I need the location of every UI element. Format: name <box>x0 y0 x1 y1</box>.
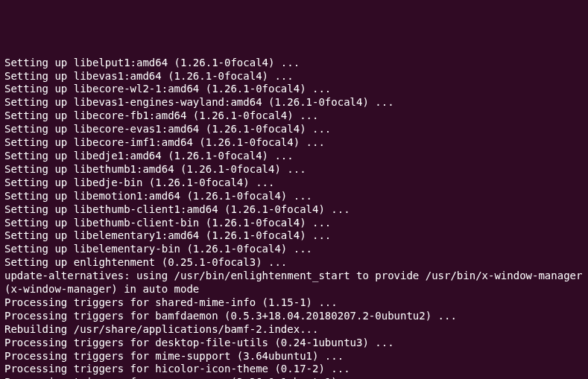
terminal-line: Processing triggers for gnome-menus (3.3… <box>4 376 584 379</box>
terminal-line: Processing triggers for desktop-file-uti… <box>4 337 584 350</box>
terminal-line: Setting up libelput1:amd64 (1.26.1-0foca… <box>4 57 584 70</box>
terminal-output: Setting up libelput1:amd64 (1.26.1-0foca… <box>4 57 584 379</box>
terminal-line: Processing triggers for shared-mime-info… <box>4 296 584 310</box>
terminal-line: Processing triggers for bamfdaemon (0.5.… <box>4 310 584 323</box>
terminal-line: Setting up libedje-bin (1.26.1-0focal4) … <box>4 176 584 190</box>
terminal-line: Setting up libemotion1:amd64 (1.26.1-0fo… <box>4 190 584 203</box>
terminal-line: Setting up libelementary-bin (1.26.1-0fo… <box>4 243 584 256</box>
terminal-line: Processing triggers for hicolor-icon-the… <box>4 363 584 376</box>
terminal-line: Setting up libecore-imf1:amd64 (1.26.1-0… <box>4 136 584 150</box>
terminal-line: Setting up libedje1:amd64 (1.26.1-0focal… <box>4 150 584 163</box>
terminal-line: Setting up libecore-fb1:amd64 (1.26.1-0f… <box>4 109 584 123</box>
terminal-line: Setting up libethumb-client-bin (1.26.1-… <box>4 217 584 230</box>
terminal-line: Setting up libevas1:amd64 (1.26.1-0focal… <box>4 70 584 83</box>
terminal-line: Setting up libecore-wl2-1:amd64 (1.26.1-… <box>4 83 584 96</box>
terminal-line: Setting up libecore-evas1:amd64 (1.26.1-… <box>4 123 584 136</box>
terminal-line: Setting up libelementary1:amd64 (1.26.1-… <box>4 229 584 243</box>
terminal-line: Rebuilding /usr/share/applications/bamf-… <box>4 323 584 337</box>
terminal-line: Setting up enlightenment (0.25.1-0focal3… <box>4 256 584 270</box>
terminal-line: Processing triggers for mime-support (3.… <box>4 350 584 363</box>
terminal-line: Setting up libevas1-engines-wayland:amd6… <box>4 96 584 109</box>
terminal-line: Setting up libethumb1:amd64 (1.26.1-0foc… <box>4 163 584 176</box>
terminal-line: update-alternatives: using /usr/bin/enli… <box>4 270 584 296</box>
terminal-line: Setting up libethumb-client1:amd64 (1.26… <box>4 203 584 217</box>
